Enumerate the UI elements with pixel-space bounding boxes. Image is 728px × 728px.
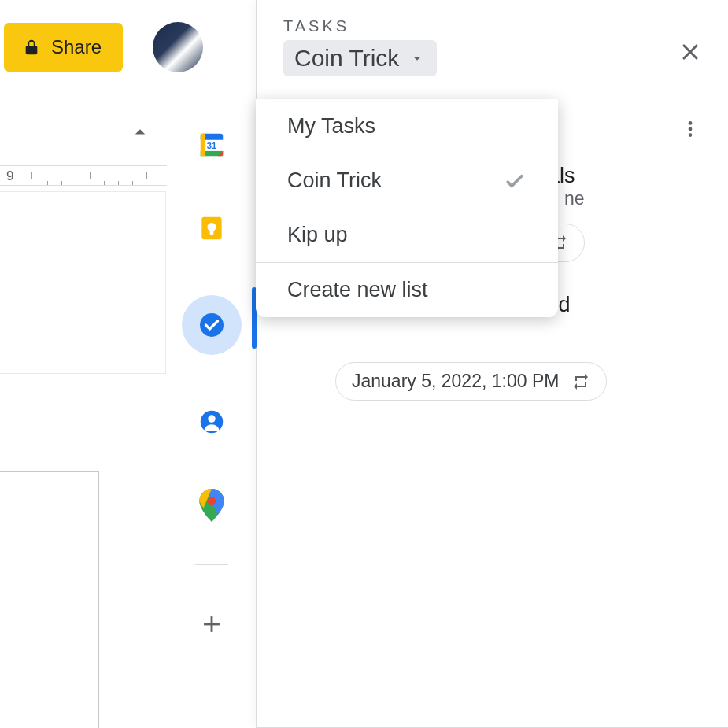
side-panel-rail: 31: [168, 101, 255, 641]
share-label: Share: [51, 36, 102, 58]
task-options-button[interactable]: [671, 110, 709, 148]
chevron-up-button[interactable]: [122, 114, 158, 150]
dropdown-item-label: My Tasks: [287, 114, 375, 139]
task-list-dropdown: My Tasks Coin Trick Kip up Create new li…: [256, 99, 558, 317]
topbar-divider: [0, 102, 168, 102]
dropdown-item-coin-trick[interactable]: Coin Trick: [256, 153, 558, 208]
svg-point-10: [208, 497, 216, 506]
task-list-selector[interactable]: Coin Trick: [283, 40, 437, 76]
keep-icon[interactable]: [195, 212, 228, 245]
ruler[interactable]: 9: [0, 165, 167, 186]
chevron-down-icon: [408, 50, 426, 67]
task-list-name: Coin Trick: [294, 45, 399, 72]
add-addon-button[interactable]: [195, 608, 228, 641]
plus-icon: [198, 611, 225, 637]
calendar-icon[interactable]: 31: [195, 128, 228, 161]
check-icon: [503, 169, 527, 193]
svg-text:31: 31: [207, 141, 216, 150]
dropdown-item-label: Kip up: [287, 223, 348, 247]
dropdown-item-kip-up[interactable]: Kip up: [256, 208, 558, 262]
repeat-icon: [571, 372, 590, 391]
tasks-icon[interactable]: [182, 295, 242, 355]
more-vert-icon: [680, 119, 700, 139]
svg-rect-6: [210, 231, 214, 235]
dropdown-item-my-tasks[interactable]: My Tasks: [256, 99, 558, 153]
close-panel-button[interactable]: [671, 33, 709, 71]
lock-icon: [23, 39, 40, 56]
ruler-number: 9: [6, 168, 13, 184]
task-date-chip[interactable]: January 5, 2022, 1:00 PM: [335, 362, 607, 401]
svg-point-12: [689, 121, 693, 125]
dropdown-create-new-list[interactable]: Create new list: [256, 263, 558, 317]
tasks-label: TASKS: [283, 17, 704, 35]
maps-icon[interactable]: [195, 489, 228, 522]
user-avatar[interactable]: [153, 22, 203, 72]
share-button[interactable]: Share: [4, 23, 123, 72]
tasks-header: TASKS Coin Trick: [257, 0, 728, 94]
svg-rect-2: [201, 134, 205, 157]
dropdown-item-label: Create new list: [287, 278, 428, 302]
document-page: [0, 192, 165, 373]
dropdown-item-label: Coin Trick: [287, 168, 382, 193]
svg-point-14: [689, 133, 693, 137]
svg-point-13: [689, 127, 693, 131]
svg-point-9: [208, 415, 216, 423]
siderail-inner-divider: [195, 564, 228, 565]
svg-point-5: [207, 223, 216, 231]
chevron-up-icon: [128, 120, 152, 144]
close-icon: [678, 39, 703, 65]
task-date-text: January 5, 2022, 1:00 PM: [352, 371, 559, 392]
contacts-icon[interactable]: [195, 405, 228, 438]
svg-point-7: [200, 313, 224, 337]
document-page: [0, 472, 98, 728]
